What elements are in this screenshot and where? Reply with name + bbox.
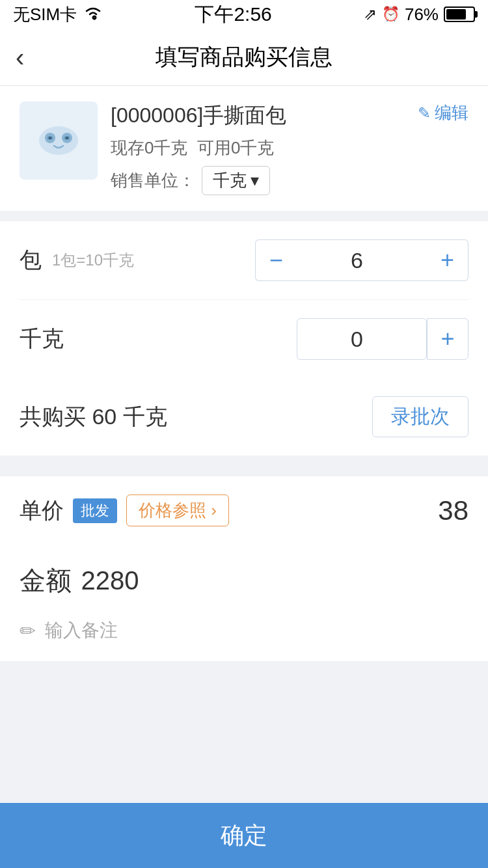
- battery-percent: 76%: [405, 5, 439, 25]
- amount-label: 金额: [20, 566, 72, 595]
- quantity-controls-kg: +: [297, 318, 468, 360]
- page-title: 填写商品购买信息: [156, 42, 332, 72]
- product-info: [0000006]手撕面包 现存0千克 可用0千克 销售单位： 千克 ▾: [111, 102, 468, 195]
- battery-icon: [444, 7, 475, 22]
- wifi-icon: [83, 5, 103, 25]
- unit-label: 销售单位：: [111, 169, 195, 192]
- status-bar: 无SIM卡 下午2:56 ⇗ ⏰ 76%: [0, 0, 488, 29]
- svg-point-5: [49, 137, 51, 139]
- divider-2: [0, 455, 488, 466]
- price-section: 单价 批发 价格参照 › 38: [0, 476, 488, 545]
- main-content: [0000006]手撕面包 现存0千克 可用0千克 销售单位： 千克 ▾ ✎ 编…: [0, 86, 488, 803]
- svg-point-0: [39, 126, 78, 155]
- batch-button[interactable]: 录批次: [372, 396, 468, 437]
- total-label: 共购买 60 千克: [20, 402, 167, 432]
- product-image: [20, 102, 98, 180]
- quantity-controls-bag: − +: [255, 239, 468, 281]
- quantity-label-bag: 包 1包=10千克: [20, 245, 134, 275]
- bag-minus-button[interactable]: −: [255, 239, 297, 281]
- product-unit-row: 销售单位： 千克 ▾: [111, 166, 468, 195]
- bag-hint: 1包=10千克: [52, 250, 134, 271]
- carrier-text: 无SIM卡: [13, 3, 77, 26]
- bag-plus-button[interactable]: +: [427, 239, 468, 281]
- status-time: 下午2:56: [195, 1, 271, 28]
- quantity-label-kg: 千克: [20, 324, 64, 354]
- quantity-row-bag: 包 1包=10千克 − +: [20, 221, 468, 300]
- product-name: [0000006]手撕面包: [111, 102, 468, 130]
- empty-area: [0, 661, 488, 791]
- remark-row[interactable]: ✏ 输入备注: [0, 618, 488, 661]
- edit-icon: ✎: [418, 104, 431, 122]
- status-right: ⇗ ⏰ 76%: [364, 5, 475, 25]
- location-icon: ⇗: [364, 5, 377, 23]
- amount-value: 2280: [81, 566, 139, 595]
- bag-label: 包: [20, 245, 42, 275]
- amount-row: 金额 2280: [0, 545, 488, 605]
- price-label-area: 单价 批发 价格参照 ›: [20, 495, 229, 526]
- amount-remark-section: 金额 2280 ✏ 输入备注: [0, 545, 488, 661]
- quantity-row-kg: 千克 +: [20, 300, 468, 378]
- total-section: 共购买 60 千克 录批次: [0, 378, 488, 455]
- battery-fill: [446, 9, 466, 20]
- status-left: 无SIM卡: [13, 3, 103, 26]
- price-label: 单价: [20, 496, 64, 526]
- product-stock: 现存0千克 可用0千克: [111, 137, 468, 159]
- nav-bar: ‹ 填写商品购买信息: [0, 29, 488, 86]
- svg-point-6: [66, 137, 68, 139]
- product-card: [0000006]手撕面包 现存0千克 可用0千克 销售单位： 千克 ▾ ✎ 编…: [0, 86, 488, 211]
- confirm-label: 确定: [221, 820, 267, 852]
- product-logo-icon: [36, 121, 81, 160]
- divider-1: [0, 211, 488, 221]
- edit-button[interactable]: ✎ 编辑: [418, 102, 468, 124]
- kg-quantity-input[interactable]: [297, 318, 427, 360]
- dropdown-arrow-icon: ▾: [251, 170, 259, 191]
- remark-placeholder: 输入备注: [45, 618, 118, 643]
- kg-plus-button[interactable]: +: [427, 318, 468, 360]
- kg-label: 千克: [20, 324, 64, 354]
- price-tag: 批发: [73, 498, 117, 523]
- price-ref-button[interactable]: 价格参照 ›: [126, 495, 229, 526]
- price-value: 38: [438, 495, 468, 526]
- unit-select[interactable]: 千克 ▾: [202, 166, 270, 195]
- bag-quantity-input[interactable]: [297, 239, 427, 281]
- pencil-icon: ✏: [20, 619, 36, 642]
- alarm-icon: ⏰: [382, 6, 400, 23]
- quantity-section: 包 1包=10千克 − + 千克 +: [0, 221, 488, 378]
- confirm-button[interactable]: 确定: [0, 803, 488, 868]
- back-button[interactable]: ‹: [16, 44, 24, 70]
